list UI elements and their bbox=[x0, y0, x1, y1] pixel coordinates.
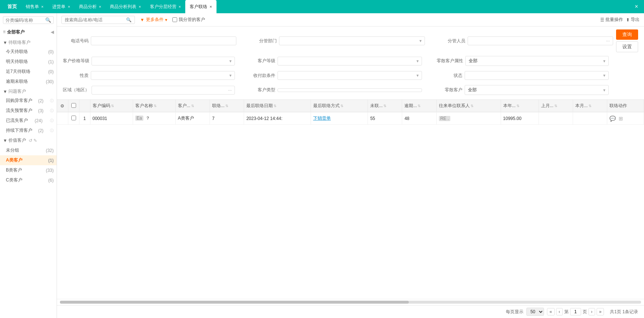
phone-input[interactable] bbox=[91, 36, 236, 45]
col-last-method[interactable]: 最后联络方式 bbox=[311, 100, 368, 112]
nav-tab-sales[interactable]: 销售单 × bbox=[21, 0, 48, 13]
row-last-method[interactable]: 下销货单 bbox=[311, 112, 368, 125]
search-box[interactable]: 🔍 bbox=[61, 16, 135, 24]
prev-page-button[interactable]: ‹ bbox=[556, 308, 563, 315]
batch-operation-button[interactable]: ☰ 批量操作 bbox=[600, 17, 623, 23]
region-select[interactable]: ··· bbox=[92, 86, 235, 95]
sidebar-item-ungrouped[interactable]: 未分组(32) bbox=[0, 145, 57, 155]
retail-attr-select[interactable]: 全部 ▾ bbox=[465, 56, 609, 66]
sidebar-item-a-class[interactable]: A类客户(1) bbox=[0, 155, 57, 165]
select-all-checkbox[interactable] bbox=[71, 103, 76, 108]
scrollbar-thumb[interactable] bbox=[60, 301, 409, 304]
row-checkbox-cell[interactable] bbox=[68, 112, 79, 125]
retail-customer-select[interactable]: 全部 ▾ bbox=[465, 85, 609, 95]
per-page-select[interactable]: 50 bbox=[526, 308, 544, 316]
app-close-button[interactable]: × bbox=[632, 3, 641, 10]
close-purchase-tab[interactable]: × bbox=[68, 4, 70, 9]
query-button[interactable]: 查询 bbox=[616, 29, 638, 40]
next-page-button[interactable]: › bbox=[588, 308, 595, 315]
nature-select[interactable]: ▾ bbox=[91, 71, 235, 80]
row-checkbox[interactable] bbox=[71, 116, 76, 120]
sort-contacts-icon[interactable] bbox=[225, 104, 228, 108]
sort-overdue-icon[interactable] bbox=[418, 104, 421, 108]
close-sales-tab[interactable]: × bbox=[41, 4, 43, 9]
sidebar-item-abnormal[interactable]: 回购异常客户(2) ⓘ bbox=[0, 96, 57, 106]
filter-more-button[interactable]: ▼ 更多条件 ▾ bbox=[138, 15, 169, 24]
sidebar-item-b-class[interactable]: B类客户(33) bbox=[0, 165, 57, 175]
col-no-contact[interactable]: 未联... bbox=[368, 100, 402, 112]
problem-group-label: ▼ 问题客户 bbox=[0, 86, 57, 96]
sidebar-collapse-icon[interactable]: ◀ bbox=[51, 30, 54, 35]
col-code[interactable]: 客户编码 bbox=[90, 100, 133, 112]
sort-name-icon[interactable] bbox=[154, 104, 157, 108]
col-overdue[interactable]: 逾期... bbox=[402, 100, 436, 112]
dept-select[interactable]: ▾ bbox=[279, 36, 425, 45]
sidebar-item-today[interactable]: 今天待联络(0) bbox=[0, 47, 57, 57]
my-customers-check-input[interactable] bbox=[172, 17, 177, 22]
nav-tab-customer-tier[interactable]: 客户分层经营 × bbox=[146, 0, 185, 13]
last-page-button[interactable]: » bbox=[597, 308, 604, 315]
customer-type-select[interactable] bbox=[278, 88, 422, 92]
col-last-month[interactable]: 上月... bbox=[539, 100, 573, 112]
scrollbar-track[interactable] bbox=[60, 301, 641, 304]
sidebar-item-churn-warning[interactable]: 流失预警客户(3) ⓘ bbox=[0, 106, 57, 116]
search-input[interactable] bbox=[65, 17, 126, 22]
settings-button[interactable]: 设置 bbox=[616, 41, 638, 52]
chat-action-icon[interactable]: 💬 bbox=[609, 116, 616, 121]
page-number-input[interactable] bbox=[570, 308, 581, 315]
gear-icon[interactable]: ⚙ bbox=[60, 103, 64, 109]
sidebar-item-churned[interactable]: 已流失客户(24) ⓘ bbox=[0, 116, 57, 126]
sort-last-month-icon[interactable] bbox=[554, 104, 557, 108]
price-grade-select[interactable]: ▾ bbox=[92, 57, 235, 66]
value-edit-icon[interactable]: ✎ bbox=[33, 138, 37, 143]
customer-grade-select[interactable]: ▾ bbox=[278, 57, 422, 66]
sidebar-item-c-class[interactable]: C类客户(6) bbox=[0, 175, 57, 185]
sidebar-search-box[interactable]: 🔍 bbox=[3, 16, 54, 24]
nav-tab-customer-contact[interactable]: 客户联络 × bbox=[185, 0, 216, 13]
sort-prev-contacts-icon[interactable] bbox=[471, 104, 473, 108]
close-customer-contact-tab[interactable]: × bbox=[210, 4, 212, 9]
close-customer-tier-tab[interactable]: × bbox=[179, 4, 181, 9]
sort-last-date-icon[interactable] bbox=[273, 104, 276, 108]
col-type[interactable]: 客户... bbox=[175, 100, 210, 112]
my-customers-checkbox[interactable]: 我分管的客户 bbox=[172, 17, 205, 23]
sidebar-item-tomorrow[interactable]: 明天待联络(1) bbox=[0, 57, 57, 67]
payment-select[interactable]: ▾ bbox=[278, 71, 422, 80]
export-button[interactable]: ⬆ 导出 bbox=[626, 17, 640, 23]
status-select[interactable]: ▾ bbox=[465, 71, 609, 80]
sidebar-item-overdue[interactable]: 逾期未联络(30) bbox=[0, 77, 57, 86]
first-page-button[interactable]: « bbox=[547, 308, 555, 315]
col-prev-contacts[interactable]: 往来单位联系人 bbox=[436, 100, 501, 112]
last-method-link[interactable]: 下销货单 bbox=[313, 116, 331, 121]
manager-select[interactable]: ··· bbox=[468, 36, 613, 45]
sidebar-item-7days[interactable]: 近7天待联络(0) bbox=[0, 67, 57, 77]
search-icon[interactable]: 🔍 bbox=[126, 17, 132, 22]
col-this-year[interactable]: 本年... bbox=[501, 100, 539, 112]
nav-tab-product-analysis[interactable]: 商品分析 × bbox=[75, 0, 105, 13]
nav-tab-purchase[interactable]: 进货单 × bbox=[48, 0, 74, 13]
value-refresh-icon[interactable]: ↺ bbox=[29, 138, 32, 143]
sort-last-method-icon[interactable] bbox=[340, 104, 343, 108]
col-gear[interactable]: ⚙ bbox=[57, 100, 68, 112]
close-product-analysis-tab[interactable]: × bbox=[99, 4, 101, 9]
close-product-list-tab[interactable]: × bbox=[139, 4, 141, 9]
sort-code-icon[interactable] bbox=[111, 104, 114, 108]
more-action-icon[interactable]: ⊞ bbox=[619, 116, 623, 121]
col-last-date[interactable]: 最后联络日期 bbox=[244, 100, 311, 112]
nav-home[interactable]: 首页 bbox=[3, 0, 21, 13]
col-name[interactable]: 客户名称 bbox=[133, 100, 175, 112]
sort-type-icon[interactable] bbox=[191, 104, 194, 108]
sidebar-search-icon[interactable]: 🔍 bbox=[45, 17, 51, 23]
col-this-month[interactable]: 本月... bbox=[573, 100, 607, 112]
col-checkbox[interactable] bbox=[68, 100, 79, 112]
all-customers-header[interactable]: ⠿ 全部客户 ◀ bbox=[0, 27, 57, 38]
row-name[interactable]: Ea ？ bbox=[133, 112, 175, 125]
nav-tab-product-list[interactable]: 商品分析列表 × bbox=[105, 0, 145, 13]
sidebar-item-declining[interactable]: 持续下滑客户(2) ⓘ bbox=[0, 126, 57, 135]
sort-this-year-icon[interactable] bbox=[516, 104, 519, 108]
sidebar-search-input[interactable] bbox=[6, 18, 45, 23]
sort-no-contact-icon[interactable] bbox=[383, 104, 386, 108]
col-contacts[interactable]: 联络... bbox=[210, 100, 244, 112]
sort-this-month-icon[interactable] bbox=[588, 104, 591, 108]
horizontal-scrollbar[interactable] bbox=[57, 299, 644, 305]
